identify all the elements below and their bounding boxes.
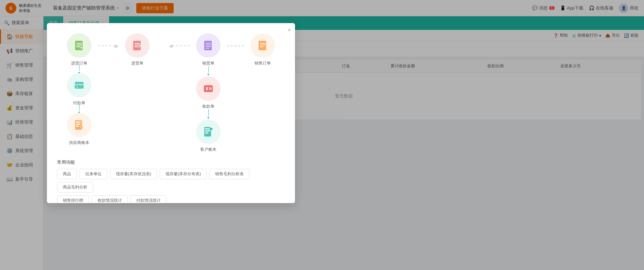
arrow-v-3: ▼ [207, 66, 210, 76]
func-btn-sales-gross[interactable]: 销售毛利分析表 [209, 169, 249, 179]
arrow-h-3 [227, 33, 244, 46]
sales-order-icon [250, 33, 275, 58]
purchase-receipt-icon [125, 33, 150, 58]
func-btn-receipt-stat[interactable]: 收款情况统计 [92, 195, 128, 203]
receipt-icon: ¥ [196, 76, 221, 101]
sales-receipt-icon [196, 33, 221, 58]
flow-col-mid-right: 销货单 ▼ ¥ 收款单 [190, 33, 227, 152]
svg-rect-15 [204, 41, 212, 50]
customer-ledger-label: 客户账本 [200, 147, 216, 152]
supplier-ledger-label: 供应商账本 [69, 140, 89, 146]
func-btn-sales-rank[interactable]: 销售排行榜 [57, 195, 89, 203]
flow-node-sales-receipt[interactable]: 销货单 [190, 33, 227, 66]
svg-rect-24 [205, 128, 210, 129]
flow-node-sales-order[interactable]: 销售订单 [244, 33, 281, 66]
func-buttons-row-2: 销售排行榜 收款情况统计 付款情况统计 [57, 195, 285, 203]
svg-rect-25 [205, 130, 210, 131]
sales-order-label: 销售订单 [255, 60, 271, 66]
func-btn-stock-status[interactable]: 现存量(库存状况表) [110, 169, 157, 179]
common-funcs-title: 常用功能 [57, 159, 285, 165]
svg-rect-22 [209, 87, 212, 90]
func-btn-goods-gross[interactable]: 商品毛利分析 [57, 182, 93, 193]
flow-col-left: 进货订单 ▼ ¥ [60, 33, 98, 146]
arrow-h-2: ◀ [169, 33, 190, 49]
arrow-v-4: ▼ [207, 109, 210, 120]
quick-guide-modal: × [47, 23, 295, 203]
payment-icon: ¥ [67, 73, 91, 97]
flow-col-mid-left: 进货单 [119, 33, 156, 66]
modal-close-button[interactable]: × [288, 27, 291, 33]
flow-node-purchase-order[interactable]: 进货订单 [60, 33, 98, 66]
svg-text:¥: ¥ [206, 86, 208, 91]
modal-overlay[interactable]: × [0, 0, 644, 270]
func-buttons-row-1: 商品 往来单位 现存量(库存状况表) 现存量(库存分布表) 销售毛利分析表 商品… [57, 169, 285, 193]
flow-diagram-area: 进货订单 ▼ ¥ [47, 23, 295, 159]
flow-node-receipt[interactable]: ¥ 收款单 [190, 76, 227, 109]
arrow-h-1: ▶ [98, 33, 119, 49]
flow-node-customer-ledger[interactable]: ✓ 客户账本 [190, 120, 227, 152]
func-btn-goods[interactable]: 商品 [57, 169, 77, 179]
flow-col-right: 销售订单 [244, 33, 281, 66]
flow-node-purchase-receipt[interactable]: 进货单 [119, 33, 156, 66]
receipt-label: 收款单 [202, 104, 214, 109]
customer-ledger-icon: ✓ [196, 120, 221, 144]
purchase-order-icon [67, 33, 91, 58]
func-btn-counterpart[interactable]: 往来单位 [80, 169, 107, 179]
flow-node-supplier-ledger[interactable]: 供应商账本 [60, 113, 98, 146]
func-btn-stock-dist[interactable]: 现存量(库存分布表) [160, 169, 207, 179]
func-btn-payment-stat[interactable]: 付款情况统计 [130, 195, 167, 203]
svg-rect-5 [75, 84, 84, 85]
arrow-v-2: ▼ [77, 106, 81, 113]
supplier-ledger-icon [67, 113, 91, 137]
svg-rect-8 [76, 122, 81, 123]
svg-text:✓: ✓ [210, 128, 212, 131]
svg-rect-9 [76, 124, 81, 125]
common-funcs-area: 常用功能 商品 往来单位 现存量(库存状况表) 现存量(库存分布表) 销售毛利分… [47, 159, 295, 203]
svg-rect-10 [76, 126, 79, 127]
svg-text:¥: ¥ [76, 86, 78, 89]
svg-rect-26 [205, 132, 208, 133]
flow-node-payment[interactable]: ¥ 付款单 [60, 73, 98, 106]
sales-receipt-label: 销货单 [202, 60, 214, 66]
arrow-v-1: ▼ [77, 66, 81, 73]
purchase-receipt-label: 进货单 [131, 60, 143, 66]
